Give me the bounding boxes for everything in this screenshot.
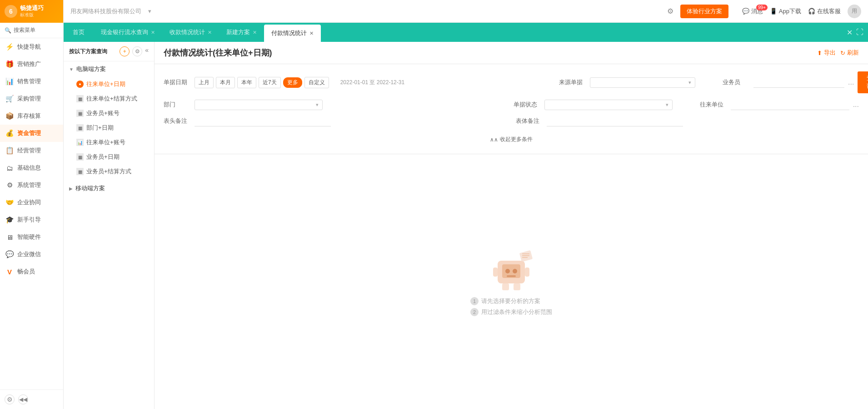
date-this-month[interactable]: 本月 [216, 77, 235, 88]
sidebar-item-marketing[interactable]: 🎁 营销推广 [0, 56, 63, 73]
page-title-actions: ⬆ 导出 ↻ 刷新 [817, 49, 859, 57]
scheme-icon-3: ▦ [76, 124, 84, 131]
sidebar-item-finance[interactable]: 💰 资金管理 [0, 125, 63, 142]
add-scheme-button[interactable]: + [120, 46, 130, 56]
scheme-active-icon: ● [76, 81, 84, 88]
date-range-display: 2022-01-01 至 2022-12-31 [340, 79, 404, 86]
bill-status-dropdown[interactable]: ▾ [544, 100, 673, 110]
sidebar-item-wechat[interactable]: 💬 企业微信 [0, 246, 63, 263]
sidebar-item-purchase[interactable]: 🛒 采购管理 [0, 90, 63, 107]
empty-state: 1 请先选择要分析的方案 2 用过滤条件来缩小分析范围 [155, 154, 868, 409]
source-bill-field: 来源单据 ▾ [559, 77, 695, 88]
body-note-label: 表体备注 [516, 117, 543, 125]
right-panel: 付款情况统计(往来单位+日期) ⬆ 导出 ↻ 刷新 单 [155, 42, 868, 409]
sidebar-item-quick-nav[interactable]: ⚡ 快捷导航 [0, 38, 63, 56]
sidebar-item-operation[interactable]: 📋 经营管理 [0, 142, 63, 159]
user-avatar[interactable]: 用 [848, 5, 861, 18]
date-custom-button[interactable]: 自定义 [304, 77, 329, 88]
app-download-button[interactable]: 📱 App下载 [770, 7, 801, 15]
tab-payment-stats[interactable]: 付款情况统计 ✕ [264, 25, 321, 42]
search-menu[interactable]: 🔍 搜索菜单 [0, 23, 63, 38]
finance-icon: 💰 [5, 129, 14, 137]
salesman-dots[interactable]: ... [848, 78, 854, 86]
dept-dropdown[interactable]: ▾ [195, 100, 323, 110]
desktop-group-header[interactable]: ▼ 电脑端方案 [64, 61, 154, 77]
message-icon: 💬 [742, 8, 749, 15]
tab-close-collection-stats[interactable]: ✕ [208, 30, 212, 35]
sidebar-item-member[interactable]: V 畅会员 [0, 263, 63, 280]
mobile-group-icon: ▶ [69, 186, 73, 191]
tab-close-all-icon[interactable]: ✕ [847, 28, 853, 37]
salesman-field: 业务员 ... 查询 设置 [723, 71, 859, 94]
hint-item-1: 1 请先选择要分析的方案 [470, 297, 540, 305]
date-this-year[interactable]: 本年 [237, 77, 256, 88]
date-7days[interactable]: 近7天 [259, 77, 281, 88]
scheme-partner-date[interactable]: ● 往来单位+日期 [64, 77, 154, 91]
tab-expand-icon[interactable]: ⛶ [856, 28, 863, 36]
date-last-month[interactable]: 上月 [195, 77, 214, 88]
scheme-salesman-account[interactable]: ▦ 业务员+账号 [64, 106, 154, 121]
tab-close-new-scheme[interactable]: ✕ [253, 30, 257, 35]
body-note-input[interactable] [547, 116, 683, 126]
panel-collapse-button[interactable]: « [145, 46, 149, 56]
sidebar-item-basic[interactable]: 🗂 基础信息 [0, 159, 63, 177]
trial-button[interactable]: 体验行业方案 [680, 5, 728, 18]
sidebar-item-enterprise[interactable]: 🤝 企业协同 [0, 194, 63, 211]
scheme-salesman-date[interactable]: ▦ 业务员+日期 [64, 150, 154, 164]
sidebar-item-sales[interactable]: 📊 销售管理 [0, 73, 63, 90]
logo-text: 畅捷通巧 标准版 [20, 5, 44, 18]
mobile-group-header[interactable]: ▶ 移动端方案 [64, 181, 154, 196]
svg-rect-7 [502, 283, 509, 290]
sidebar-item-hardware[interactable]: 🖥 智能硬件 [0, 228, 63, 246]
tab-home[interactable]: 首页 [64, 23, 94, 42]
tab-new-scheme[interactable]: 新建方案 ✕ [219, 23, 264, 42]
header-settings-icon[interactable]: ⚙ [667, 7, 673, 15]
export-button[interactable]: ⬆ 导出 [817, 49, 836, 57]
svg-rect-6 [525, 268, 529, 277]
header-note-input[interactable] [195, 116, 331, 126]
refresh-button[interactable]: ↻ 刷新 [840, 49, 859, 57]
scheme-partner-account[interactable]: 📊 往来单位+账号 [64, 135, 154, 150]
empty-hints: 1 请先选择要分析的方案 2 用过滤条件来缩小分析范围 [470, 297, 552, 316]
wechat-icon: 💬 [5, 250, 14, 258]
page-title-bar: 付款情况统计(往来单位+日期) ⬆ 导出 ↻ 刷新 [155, 42, 868, 64]
header-right: 💬 消息 99+ 📱 App下载 🎧 在线客服 用 [742, 5, 861, 18]
footer-settings-button[interactable]: ⚙ [5, 394, 15, 404]
sidebar-item-guide[interactable]: 🎓 新手引导 [0, 211, 63, 228]
purchase-icon: 🛒 [5, 95, 14, 103]
scheme-salesman-settle[interactable]: ▦ 业务员+结算方式 [64, 164, 154, 179]
enterprise-icon: 🤝 [5, 198, 14, 207]
tab-bank-flow[interactable]: 现金银行流水查询 ✕ [94, 23, 162, 42]
salesman-input[interactable] [753, 77, 844, 88]
tab-actions: ✕ ⛶ [842, 28, 868, 37]
query-button[interactable]: 查询 [858, 71, 868, 93]
salesman-label: 业务员 [723, 78, 750, 86]
bill-status-label: 单据状态 [514, 101, 541, 109]
scheme-settings-button[interactable]: ⚙ [132, 46, 142, 56]
svg-point-2 [505, 269, 510, 273]
app-icon: 📱 [770, 8, 777, 15]
partner-label: 往来单位 [700, 101, 727, 109]
tab-close-payment-stats[interactable]: ✕ [309, 30, 314, 36]
messages-button[interactable]: 💬 消息 99+ [742, 7, 763, 15]
sidebar-item-inventory[interactable]: 📦 库存核算 [0, 107, 63, 125]
query-row-1: 单据日期 上月 本月 本年 近7天 更多 自定义 2022-01-01 至 20… [164, 71, 859, 94]
date-more-button[interactable]: 更多 [283, 77, 302, 88]
sales-icon: 📊 [5, 77, 14, 86]
scheme-partner-settle[interactable]: ▦ 往来单位+结算方式 [64, 91, 154, 106]
tab-close-bank-flow[interactable]: ✕ [151, 30, 155, 35]
query-area: 单据日期 上月 本月 本年 近7天 更多 自定义 2022-01-01 至 20… [155, 64, 868, 154]
source-bill-dropdown[interactable]: ▾ [590, 77, 695, 88]
tab-collection-stats[interactable]: 收款情况统计 ✕ [162, 23, 219, 42]
partner-input[interactable] [731, 99, 849, 110]
query-row-2: 部门 ▾ 单据状态 ▾ [164, 99, 859, 110]
online-service-button[interactable]: 🎧 在线客服 [808, 7, 841, 15]
system-icon: ⚙ [5, 181, 14, 189]
scheme-dept-date[interactable]: ▦ 部门+日期 [64, 121, 154, 135]
partner-dots[interactable]: ... [853, 101, 859, 109]
sidebar-collapse-button[interactable]: ◀◀ [18, 394, 28, 404]
quick-nav-icon: ⚡ [5, 43, 14, 51]
sidebar-item-system[interactable]: ⚙ 系统管理 [0, 177, 63, 194]
collapse-conditions-button[interactable]: ∧∧ 收起更多条件 [164, 132, 859, 147]
source-bill-label: 来源单据 [559, 78, 586, 86]
